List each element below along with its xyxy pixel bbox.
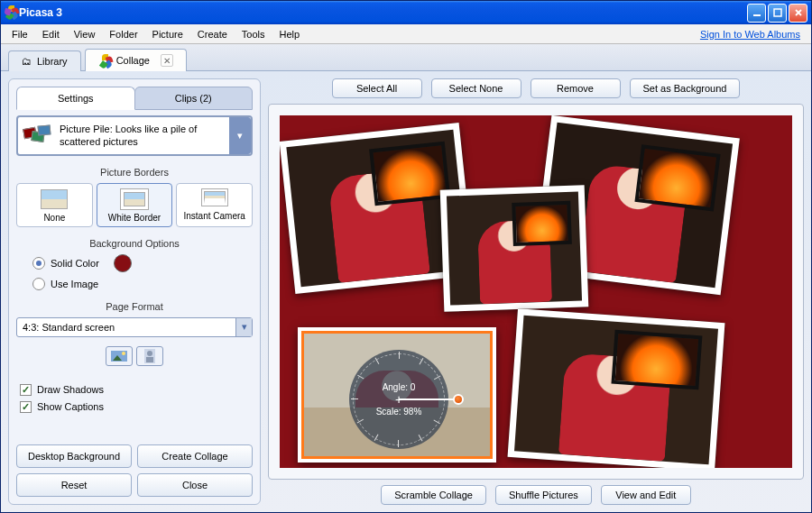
border-opt-instant[interactable]: Instant Camera bbox=[176, 183, 253, 227]
landscape-icon bbox=[111, 351, 127, 362]
menu-create[interactable]: Create bbox=[190, 26, 235, 42]
borders-header: Picture Borders bbox=[16, 167, 253, 178]
tab-collage[interactable]: Collage ✕ bbox=[85, 49, 187, 71]
desktop-background-button[interactable]: Desktop Background bbox=[16, 444, 132, 468]
border-opt-none[interactable]: None bbox=[16, 183, 93, 227]
content-area: Settings Clips (2) Picture Pile: Looks l… bbox=[1, 71, 811, 512]
signin-link[interactable]: Sign In to Web Albums bbox=[700, 29, 807, 40]
bg-options: Solid Color Use Image bbox=[16, 254, 253, 290]
select-all-button[interactable]: Select All bbox=[332, 78, 422, 98]
svg-rect-7 bbox=[146, 357, 153, 362]
menu-folder[interactable]: Folder bbox=[102, 26, 144, 42]
view-tabbar: 🗂 Library Collage ✕ bbox=[1, 44, 811, 71]
svg-point-6 bbox=[147, 351, 152, 356]
collage-photo[interactable] bbox=[440, 185, 589, 312]
angle-readout: Angle: 0 bbox=[383, 382, 416, 392]
bg-image-label: Use Image bbox=[51, 279, 98, 289]
view-edit-button[interactable]: View and Edit bbox=[601, 485, 691, 505]
minimize-button[interactable] bbox=[747, 4, 766, 23]
panel-tabs: Settings Clips (2) bbox=[16, 87, 253, 110]
border-thumb-white bbox=[124, 192, 145, 206]
library-icon: 🗂 bbox=[22, 56, 32, 67]
bottom-toolbar: Scramble Collage Shuffle Pictures View a… bbox=[268, 485, 804, 505]
reset-button[interactable]: Reset bbox=[16, 473, 132, 497]
create-collage-button[interactable]: Create Collage bbox=[137, 444, 253, 468]
radio-solid[interactable] bbox=[32, 257, 45, 270]
canvas-holder: Angle: 0 + Scale: 98% bbox=[268, 104, 804, 480]
tab-close-icon[interactable]: ✕ bbox=[161, 54, 173, 67]
scale-readout: Scale: 98% bbox=[376, 407, 422, 417]
page-format-dropdown[interactable]: 4:3: Standard screen ▾ bbox=[16, 317, 253, 337]
collage-icon bbox=[98, 54, 111, 67]
settings-panel: Settings Clips (2) Picture Pile: Looks l… bbox=[8, 78, 261, 505]
scale-slider[interactable] bbox=[399, 398, 462, 400]
checkbox-show-captions[interactable] bbox=[20, 401, 32, 413]
orientation-portrait-button[interactable] bbox=[136, 346, 163, 366]
radio-image[interactable] bbox=[32, 278, 45, 290]
tab-library-label: Library bbox=[37, 56, 68, 67]
close-panel-button[interactable]: Close bbox=[137, 473, 253, 497]
format-header: Page Format bbox=[16, 301, 253, 312]
bg-color-swatch[interactable] bbox=[114, 254, 132, 272]
select-none-button[interactable]: Select None bbox=[431, 78, 521, 98]
portrait-icon bbox=[144, 349, 155, 363]
svg-rect-0 bbox=[753, 14, 761, 16]
checkbox-draw-shadows[interactable] bbox=[20, 384, 32, 396]
bg-image-row[interactable]: Use Image bbox=[32, 278, 253, 290]
set-background-button[interactable]: Set as Background bbox=[630, 78, 741, 98]
border-thumb-none bbox=[41, 189, 68, 209]
style-description: Picture Pile: Looks like a pile of scatt… bbox=[60, 123, 222, 149]
shuffle-button[interactable]: Shuffle Pictures bbox=[495, 485, 592, 505]
menubar: File Edit View Folder Picture Create Too… bbox=[1, 24, 811, 44]
remove-button[interactable]: Remove bbox=[531, 78, 621, 98]
svg-point-4 bbox=[122, 352, 125, 355]
show-captions-row[interactable]: Show Captions bbox=[16, 401, 253, 413]
border-label-none: None bbox=[43, 213, 65, 223]
menu-edit[interactable]: Edit bbox=[35, 26, 67, 42]
border-label-white: White Border bbox=[108, 213, 161, 223]
draw-shadows-row[interactable]: Draw Shadows bbox=[16, 384, 253, 396]
style-dropdown-icon[interactable]: ▾ bbox=[229, 117, 251, 154]
tab-library[interactable]: 🗂 Library bbox=[8, 50, 81, 71]
border-thumb-instant bbox=[204, 191, 226, 204]
app-icon bbox=[5, 5, 19, 20]
collage-area: Select All Select None Remove Set as Bac… bbox=[268, 78, 804, 505]
menu-picture[interactable]: Picture bbox=[145, 26, 190, 42]
menu-file[interactable]: File bbox=[5, 26, 35, 42]
maximize-button[interactable] bbox=[768, 4, 787, 23]
collage-photo-selected[interactable]: Angle: 0 + Scale: 98% bbox=[298, 327, 496, 463]
chevron-down-icon[interactable]: ▾ bbox=[235, 318, 252, 336]
show-captions-label: Show Captions bbox=[37, 401, 104, 412]
bg-header: Background Options bbox=[16, 238, 253, 249]
app-window: Picasa 3 File Edit View Folder Picture C… bbox=[0, 0, 812, 513]
scramble-button[interactable]: Scramble Collage bbox=[381, 485, 486, 505]
bg-solid-label: Solid Color bbox=[51, 258, 99, 269]
collage-style-selector[interactable]: Picture Pile: Looks like a pile of scatt… bbox=[16, 115, 253, 156]
rotate-scale-widget[interactable]: Angle: 0 + Scale: 98% bbox=[349, 350, 448, 449]
page-format-value: 4:3: Standard screen bbox=[17, 322, 235, 333]
menu-help[interactable]: Help bbox=[272, 26, 308, 42]
window-title: Picasa 3 bbox=[19, 6, 747, 19]
top-toolbar: Select All Select None Remove Set as Bac… bbox=[268, 78, 804, 98]
orientation-landscape-button[interactable] bbox=[106, 346, 133, 366]
close-button[interactable] bbox=[789, 4, 807, 23]
svg-rect-1 bbox=[774, 9, 781, 16]
tab-collage-label: Collage bbox=[116, 55, 150, 66]
border-options: None White Border Instant Camera bbox=[16, 183, 253, 227]
panel-tab-clips[interactable]: Clips (2) bbox=[134, 87, 254, 110]
collage-photo[interactable] bbox=[508, 308, 725, 468]
bg-solid-row[interactable]: Solid Color bbox=[32, 254, 253, 272]
border-opt-white[interactable]: White Border bbox=[97, 183, 173, 227]
titlebar: Picasa 3 bbox=[1, 1, 811, 24]
draw-shadows-label: Draw Shadows bbox=[37, 384, 104, 395]
menu-tools[interactable]: Tools bbox=[235, 26, 272, 42]
slider-knob[interactable] bbox=[453, 394, 464, 405]
border-label-instant: Instant Camera bbox=[183, 211, 245, 221]
panel-tab-settings[interactable]: Settings bbox=[16, 87, 135, 110]
style-preview-icon bbox=[23, 123, 52, 148]
collage-canvas[interactable]: Angle: 0 + Scale: 98% bbox=[280, 115, 792, 468]
menu-view[interactable]: View bbox=[67, 26, 103, 42]
